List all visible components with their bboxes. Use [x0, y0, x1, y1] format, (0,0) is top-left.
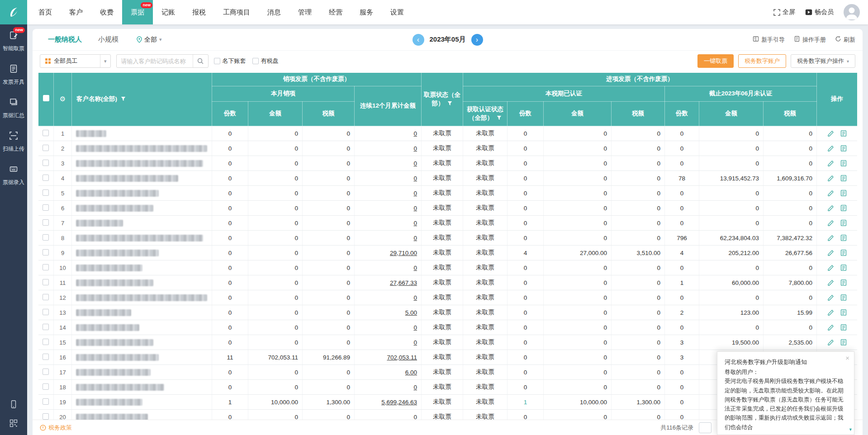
- cumulative-amount-link[interactable]: 0: [413, 175, 417, 182]
- row-checkbox[interactable]: [43, 398, 49, 405]
- row-checkbox[interactable]: [43, 264, 49, 270]
- cumulative-amount-link[interactable]: 0: [413, 294, 417, 301]
- nav-item-消息[interactable]: 消息: [259, 0, 289, 24]
- row-checkbox[interactable]: [43, 145, 49, 151]
- notify-scroll-down-icon[interactable]: ▼: [849, 426, 853, 433]
- edit-icon[interactable]: [827, 234, 835, 241]
- invoice-detail-icon[interactable]: [840, 324, 847, 331]
- sidebar-item-发票开具[interactable]: 发票开具: [0, 58, 27, 91]
- edit-icon[interactable]: [827, 324, 835, 331]
- edit-icon[interactable]: [827, 219, 835, 227]
- nav-item-票据[interactable]: 票据new: [122, 0, 153, 24]
- tax-policy-link[interactable]: 税务政策: [40, 424, 72, 432]
- cumulative-amount-link[interactable]: 0: [413, 220, 417, 227]
- quicklink-操作手册[interactable]: 操作手册: [794, 36, 826, 44]
- row-checkbox[interactable]: [43, 160, 49, 166]
- row-checkbox[interactable]: [43, 339, 49, 345]
- cumulative-amount-link[interactable]: 29,710.00: [390, 250, 417, 256]
- sidebar-item-票据汇总[interactable]: 票据汇总: [0, 91, 27, 125]
- edit-icon[interactable]: [827, 145, 835, 152]
- button-税务数字账户[interactable]: 税务数字账户: [738, 54, 786, 68]
- row-checkbox[interactable]: [43, 413, 49, 420]
- invoice-detail-icon[interactable]: [840, 145, 847, 152]
- edit-icon[interactable]: [827, 339, 835, 346]
- nav-item-工商项目[interactable]: 工商项目: [214, 0, 259, 24]
- row-checkbox[interactable]: [43, 130, 49, 136]
- row-checkbox[interactable]: [43, 249, 49, 255]
- cumulative-amount-link[interactable]: 0: [413, 384, 417, 391]
- search-button[interactable]: [193, 55, 208, 67]
- nav-item-经营[interactable]: 经营: [320, 0, 351, 24]
- invoice-detail-icon[interactable]: [840, 279, 847, 286]
- next-month-button[interactable]: ›: [471, 34, 483, 46]
- checkbox-box[interactable]: [252, 58, 259, 64]
- cumulative-amount-link[interactable]: 0: [413, 265, 417, 271]
- row-checkbox[interactable]: [43, 294, 49, 300]
- qr-icon[interactable]: [9, 419, 18, 428]
- tab-小规模[interactable]: 小规模: [90, 33, 127, 47]
- edit-icon[interactable]: [827, 309, 835, 316]
- cumulative-amount-link[interactable]: 6.00: [405, 369, 417, 376]
- row-checkbox[interactable]: [43, 369, 49, 375]
- row-checkbox[interactable]: [43, 219, 49, 226]
- row-checkbox[interactable]: [43, 309, 49, 315]
- row-checkbox[interactable]: [43, 175, 49, 181]
- checkbox-box[interactable]: [214, 58, 220, 64]
- row-checkbox[interactable]: [43, 189, 49, 196]
- tab-一般纳税人[interactable]: 一般纳税人: [40, 33, 90, 47]
- nav-item-首页[interactable]: 首页: [30, 0, 61, 24]
- edit-icon[interactable]: [827, 160, 835, 167]
- avatar[interactable]: [844, 4, 860, 20]
- edit-icon[interactable]: [827, 204, 835, 212]
- edit-icon[interactable]: [827, 130, 835, 137]
- nav-item-管理[interactable]: 管理: [289, 0, 320, 24]
- button-税务数字账户操作[interactable]: 税务数字账户操作▾: [791, 54, 855, 68]
- invoice-detail-icon[interactable]: [840, 294, 847, 301]
- cumulative-amount-link[interactable]: 0: [413, 235, 417, 241]
- edit-icon[interactable]: [827, 189, 835, 197]
- filter-icon[interactable]: [121, 96, 126, 101]
- row-checkbox[interactable]: [43, 234, 49, 241]
- invoice-detail-icon[interactable]: [840, 309, 847, 316]
- invoice-detail-icon[interactable]: [840, 175, 847, 182]
- column-settings-gear-icon[interactable]: ⚙: [60, 95, 66, 103]
- cumulative-amount-link[interactable]: 702,053.11: [387, 354, 417, 361]
- invoice-detail-icon[interactable]: [840, 264, 847, 271]
- row-checkbox[interactable]: [43, 354, 49, 360]
- invoice-detail-icon[interactable]: [840, 160, 847, 167]
- invoice-detail-icon[interactable]: [840, 339, 847, 346]
- sidebar-item-扫描上传[interactable]: 扫描上传: [0, 125, 27, 158]
- search-input[interactable]: [117, 58, 193, 65]
- page-box[interactable]: [699, 422, 711, 433]
- cumulative-amount-link[interactable]: 27,667.33: [390, 279, 417, 286]
- nav-item-收费[interactable]: 收费: [91, 0, 122, 24]
- quicklink-新手引导[interactable]: 新手引导: [753, 36, 785, 44]
- row-checkbox[interactable]: [43, 324, 49, 330]
- prev-month-button[interactable]: ‹: [412, 34, 424, 46]
- invoice-detail-icon[interactable]: [840, 204, 847, 212]
- close-icon[interactable]: ×: [845, 355, 849, 361]
- cumulative-amount-link[interactable]: 5.00: [405, 309, 417, 316]
- edit-icon[interactable]: [827, 294, 835, 301]
- invoice-detail-icon[interactable]: [840, 219, 847, 227]
- cumulative-amount-link[interactable]: 0: [413, 205, 417, 212]
- edit-icon[interactable]: [827, 279, 835, 286]
- invoice-detail-icon[interactable]: [840, 130, 847, 137]
- nav-item-设置[interactable]: 设置: [382, 0, 413, 24]
- member-button[interactable]: 畅会员: [805, 8, 834, 16]
- invoice-detail-icon[interactable]: [840, 234, 847, 241]
- cumulative-amount-link[interactable]: 0: [413, 145, 417, 152]
- filter-icon[interactable]: [497, 115, 502, 120]
- cumulative-amount-link[interactable]: 0: [413, 160, 417, 167]
- nav-item-服务[interactable]: 服务: [351, 0, 382, 24]
- button-一键取票[interactable]: 一键取票: [697, 54, 734, 68]
- edit-icon[interactable]: [827, 249, 835, 256]
- scope-selector[interactable]: 全部 ▾: [137, 36, 162, 44]
- cumulative-amount-link[interactable]: 0: [413, 324, 417, 331]
- sidebar-item-智能取票[interactable]: 智能取票new: [0, 24, 27, 58]
- nav-item-报税[interactable]: 报税: [184, 0, 214, 24]
- quicklink-刷新[interactable]: 刷新: [835, 36, 855, 44]
- filter-icon[interactable]: [447, 101, 452, 106]
- invoice-detail-icon[interactable]: [840, 189, 847, 197]
- fullscreen-button[interactable]: 全屏: [773, 8, 795, 16]
